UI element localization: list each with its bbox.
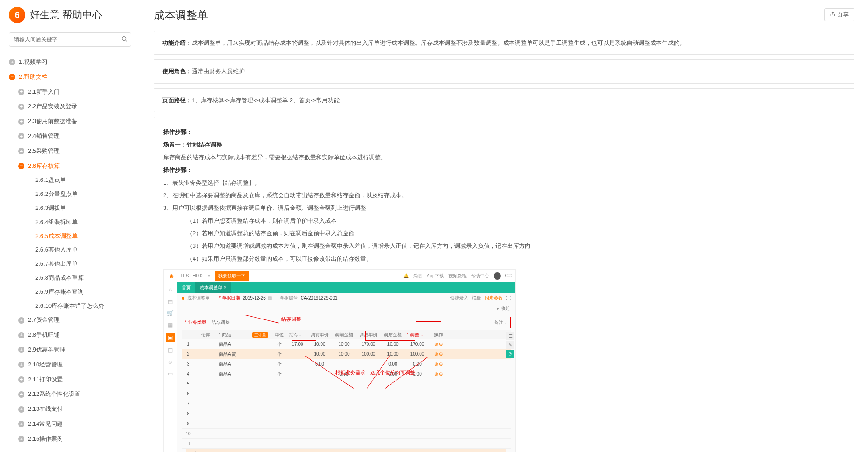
nav-2-13[interactable]: +2.13在线支付	[18, 402, 131, 417]
shot-crumb: 成本调整单 * 单据日期 2019-12-26 ▦ 单据编号 CA-201912…	[177, 293, 515, 303]
chart-icon: ▭	[167, 370, 174, 377]
shot-cta-button: 我要领取一下	[215, 271, 249, 281]
nav-2-1[interactable]: +2.1新手入门	[18, 85, 131, 100]
step-3: 3、用户可以根据调整依据直接在调后单价、调后金额、调整金额列上进行调整	[163, 202, 845, 214]
user-icon: ☺	[167, 358, 174, 366]
grid-row: 1商品A个17.0010.0010.00170.0010.00170.00⊕ ⊖	[182, 339, 511, 349]
grid-row: 6	[182, 389, 511, 399]
plus-icon: +	[18, 332, 24, 338]
step-3d: （4）如果用户只调整部分数量的成本，可以直接修改带出的结存数量。	[163, 253, 845, 265]
minus-icon: −	[9, 74, 15, 80]
minus-icon: −	[18, 163, 24, 169]
nav-2-9[interactable]: +2.9优惠券管理	[18, 343, 131, 357]
nav-2-14[interactable]: +2.14常见问题	[18, 417, 131, 432]
shot-type-field: * 业务类型 结存调整 备注：	[182, 317, 511, 328]
search-box	[9, 32, 131, 47]
nav-help-docs[interactable]: −2.帮助文档	[9, 70, 131, 85]
plus-icon: +	[18, 362, 24, 368]
nav-2-6-4[interactable]: 2.6.4组装拆卸单	[35, 215, 131, 229]
nav-2-6-2[interactable]: 2.6.2分量盘点单	[35, 187, 131, 201]
brand-logo: 6	[9, 7, 25, 23]
expand-icon: ⛶	[506, 294, 511, 303]
plus-icon: +	[18, 89, 24, 95]
screenshot-embed: ◉ TEST-H002 ▾ 我要领取一下 🔔消息 App下载 视频教程 帮助中心…	[163, 269, 516, 452]
plus-icon: +	[18, 406, 24, 413]
grid-row: 2商品A 简个10.0010.00100.0010.00100.00⊕ ⊖	[182, 349, 511, 359]
nav-2-6-5-active[interactable]: 2.6.5成本调整单	[35, 229, 131, 243]
search-icon[interactable]	[121, 36, 127, 43]
plus-icon: +	[18, 391, 24, 398]
grid-row: 3商品A个0.000.000.00⊕ ⊖	[182, 359, 511, 369]
plus-icon: +	[18, 133, 24, 139]
shot-side-tools: ☰ ✎ ⟳	[506, 332, 514, 358]
wallet-icon: ◫	[167, 347, 174, 354]
nav-2-6-8[interactable]: 2.6.8商品成本重算	[35, 271, 131, 285]
nav-2-8[interactable]: +2.8手机旺铺	[18, 328, 131, 343]
plus-icon: +	[18, 436, 24, 442]
nav-2-6-10[interactable]: 2.6.10库存账本错了怎么办	[35, 299, 131, 313]
grid-row: 8	[182, 409, 511, 419]
plus-icon: +	[18, 347, 24, 353]
doc-icon: ▤	[167, 298, 174, 305]
nav-2-6-3[interactable]: 2.6.3调拨单	[35, 201, 131, 215]
nav-2-10[interactable]: +2.10经营管理	[18, 357, 131, 372]
shot-topbar: ◉ TEST-H002 ▾ 我要领取一下 🔔消息 App下载 视频教程 帮助中心…	[164, 270, 515, 282]
path-card: 页面路径：1、库存核算->库存管理->成本调整单 2、首页->常用功能	[154, 88, 854, 112]
nav-2-15[interactable]: +2.15操作案例	[18, 432, 131, 447]
brand-row: 6 好生意 帮助中心	[9, 7, 131, 23]
grid-row: 11	[182, 439, 511, 449]
nav-2-6-1[interactable]: 2.6.1盘点单	[35, 173, 131, 187]
nav-2-6-7[interactable]: 2.6.7其他出库单	[35, 257, 131, 271]
calendar-icon: ▦	[167, 321, 174, 328]
nav-2-12[interactable]: +2.12系统个性化设置	[18, 387, 131, 402]
share-button[interactable]: 分享	[824, 8, 854, 21]
scene-1-heading: 场景一：针对结存调整	[163, 139, 845, 151]
steps-heading-2: 操作步骤：	[163, 164, 845, 176]
plus-icon: +	[18, 421, 24, 427]
step-2: 2、在明细中选择要调整的商品及仓库，系统会自动带出结存数量和结存金额，以及结存成…	[163, 190, 845, 201]
search-input[interactable]	[9, 32, 131, 47]
grid-row: 7	[182, 399, 511, 409]
plus-icon: +	[18, 376, 24, 383]
plus-icon: +	[18, 317, 24, 324]
box-icon: ▣	[166, 333, 175, 342]
nav-2-6-9[interactable]: 2.6.9库存账本查询	[35, 285, 131, 299]
nav-2-3[interactable]: +2.3使用前数据准备	[18, 114, 131, 129]
nav-2-6[interactable]: −2.6库存核算	[18, 159, 131, 174]
plus-icon: +	[18, 148, 24, 154]
share-icon	[830, 11, 835, 18]
nav-2-6-6[interactable]: 2.6.6其他入库单	[35, 243, 131, 257]
nav-video-learning[interactable]: +1.视频学习	[9, 55, 131, 70]
nav-2-7[interactable]: +2.7资金管理	[18, 313, 131, 328]
plus-icon: +	[9, 59, 15, 65]
nav-2-2[interactable]: +2.2产品安装及登录	[18, 99, 131, 114]
nav-2-11[interactable]: +2.11打印设置	[18, 372, 131, 387]
shot-tabbar: 首页 成本调整单 ×	[177, 282, 515, 293]
step-3a: （1）若用户想要调整结存成本，则在调后单价中录入成本	[163, 215, 845, 227]
svg-line-1	[126, 40, 127, 42]
nav-2-4[interactable]: +2.4销售管理	[18, 129, 131, 144]
bell-icon: 🔔	[403, 271, 409, 281]
grid-row: 10	[182, 429, 511, 439]
calendar-icon: ▦	[268, 294, 272, 303]
role-card: 使用角色：通常由财务人员维护	[154, 59, 854, 83]
tab-home: 首页	[177, 282, 195, 293]
plus-icon: +	[18, 119, 24, 125]
grid-row: 9	[182, 419, 511, 429]
svg-point-0	[122, 37, 126, 41]
step-3b: （2）若用户知道调整总的结存金额，则在调后金额中录入总金额	[163, 228, 845, 239]
page-title: 成本调整单	[154, 8, 854, 23]
nav-2-5[interactable]: +2.5采购管理	[18, 144, 131, 159]
tool-icon: ☰	[506, 332, 514, 340]
dot-icon	[182, 297, 184, 300]
step-3c: （3）若用户知道要调增或调减的成本差值，则在调整金额中录入差值，调增录入正值，记…	[163, 240, 845, 252]
content-body: 操作步骤： 场景一：针对结存调整 库存商品的结存成本与实际成本有差异，需要根据结…	[154, 117, 854, 452]
grid-total-row: 合计 27.00 270.00 270.00 0.00	[186, 449, 506, 452]
plus-icon: +	[18, 104, 24, 110]
avatar-icon	[494, 272, 501, 280]
step-1: 1、表头业务类型选择【结存调整】。	[163, 177, 845, 189]
shot-grid: 仓库 * 商品 主计量 单位 结存数量 调前单价 调前金额 调后单价 调后金额 …	[182, 330, 511, 452]
tab-doc: 成本调整单 ×	[195, 282, 231, 293]
shot-collapse-hint: ▸ 收起	[177, 303, 515, 314]
tool-icon: ⟳	[506, 350, 514, 358]
